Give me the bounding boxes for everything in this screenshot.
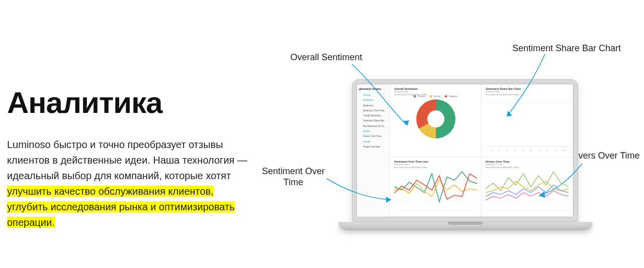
marketing-text: Аналитика Luminoso быстро и точно преобр…: [7, 85, 253, 230]
donut-chart: [416, 99, 455, 139]
laptop-mockup: glassdoor-reviews Volume Sentiment Senti…: [352, 79, 578, 230]
sidebar-item[interactable]: Overall Sentiment: [359, 113, 388, 118]
bar: c9: [552, 149, 559, 152]
sidebar-overall[interactable]: Overall: [359, 140, 388, 145]
body-plain: Luminoso быстро и точно преобразует отзы…: [7, 139, 247, 181]
sidebar-item[interactable]: Project Overview: [359, 145, 388, 150]
bar: c1: [488, 149, 494, 152]
tile-title: Overall Sentiment: [394, 87, 477, 90]
tile-title: Sentiment Over Time Line: [394, 160, 477, 163]
sidebar-sentiment[interactable]: Sentiment: [359, 98, 388, 103]
tile-overall-sentiment: Overall Sentiment Sentiment Totals From …: [390, 84, 482, 157]
bar: c3: [504, 149, 510, 152]
tile-sub: From 01/31/2015 to 06/04/2021 (100%): [486, 94, 569, 96]
body-highlight: улучшить качество обслуживания клиентов,…: [7, 186, 235, 228]
tile-sub: From 01/31/2015 to 06/04/2021 (100%): [486, 167, 569, 169]
tile-sentiment-over-time: Sentiment Over Time Line Sentiment Count…: [390, 157, 482, 217]
page-title: Аналитика: [7, 85, 253, 120]
project-title: glassdoor-reviews: [359, 87, 388, 91]
bar: c4: [512, 149, 518, 152]
sidebar-drivers[interactable]: Drivers: [359, 129, 388, 134]
anno-overall-sentiment: Overall Sentiment: [284, 52, 369, 63]
sidebar-item[interactable]: Net Sentiment for Concept over time: [359, 124, 388, 129]
tile-title: Drivers Over Time: [486, 160, 569, 163]
sidebar-volume[interactable]: Volume: [359, 93, 388, 98]
bar: c7: [536, 149, 542, 152]
tile-sub: Sentiment Share: [486, 91, 569, 93]
bar: c6: [528, 149, 534, 152]
laptop-base: [339, 222, 592, 230]
dot-line-chart: [486, 170, 569, 211]
tile-sub: Sentiment Counts: [394, 164, 477, 166]
anno-sentiment-over-time: Sentiment Over Time: [257, 166, 330, 188]
sidebar-item[interactable]: Sentiment Over Time Line: [359, 108, 388, 113]
share-bar-chart: c1c2c3c4c5c6c7c8c9c10: [486, 97, 569, 152]
tile-sentiment-share-bar: Sentiment Share Bar Chart Sentiment Shar…: [481, 84, 573, 157]
bar: c5: [520, 149, 526, 152]
tile-sub: From 01/31/2015 to 06/04/2021 (100%): [394, 167, 477, 169]
bar: c10: [560, 149, 567, 152]
anno-sentiment-share-bar: Sentiment Share Bar Chart: [509, 43, 624, 54]
laptop-bezel: glassdoor-reviews Volume Sentiment Senti…: [352, 79, 578, 222]
dashboard-screen: glassdoor-reviews Volume Sentiment Senti…: [356, 84, 574, 217]
sidebar-item[interactable]: Sentiment Share Bar Chart: [359, 118, 388, 123]
bar: c8: [544, 149, 550, 152]
bar: c2: [496, 149, 502, 152]
sidebar-item[interactable]: Sentiment: [359, 103, 388, 108]
sot-line-chart: [394, 170, 477, 211]
tile-sub: Sentiment Totals: [394, 91, 477, 93]
tile-title: Sentiment Share Bar Chart: [486, 87, 569, 90]
tile-sub: Driver Match Count: [486, 164, 569, 166]
dashboard-sidebar: glassdoor-reviews Volume Sentiment Senti…: [357, 84, 390, 217]
page-body: Luminoso быстро и точно преобразует отзы…: [7, 137, 253, 230]
tile-drivers-over-time: Drivers Over Time Driver Match Count Fro…: [481, 157, 573, 217]
dashboard-canvas: Overall Sentiment Sentiment Totals From …: [390, 84, 573, 217]
sidebar-item[interactable]: Drivers Over Time: [359, 134, 388, 139]
